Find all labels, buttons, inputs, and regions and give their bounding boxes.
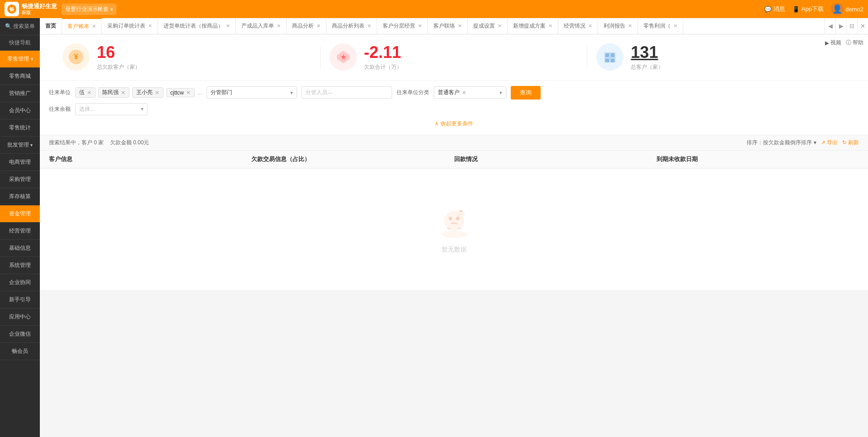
sidebar-item-app-center[interactable]: 应用中心 bbox=[0, 309, 40, 326]
filter-tag-1[interactable]: 陈民强 ✕ bbox=[98, 87, 129, 98]
export-button[interactable]: ↗ 导出 bbox=[821, 139, 838, 147]
tab-profit-report[interactable]: 利润报告 ✕ bbox=[598, 18, 638, 34]
tab-product-analysis[interactable]: 商品分析 ✕ bbox=[287, 18, 326, 34]
tab-bar: 首页 客户账本 ✕ 采购订单统计表 ✕ 进货单统计表（按商品） ✕ 产成品入库单… bbox=[40, 18, 868, 34]
tag-close-icon[interactable]: ✕ bbox=[87, 90, 91, 96]
sidebar-item-operations[interactable]: 经营管理 bbox=[0, 223, 40, 240]
tab-home[interactable]: 首页 bbox=[40, 18, 62, 34]
person-selector[interactable]: 分管人员 ··· bbox=[302, 86, 392, 99]
tag-close-icon[interactable]: ✕ bbox=[121, 90, 125, 96]
tab-close-icon[interactable]: ✕ bbox=[367, 23, 371, 29]
summary-area: ▶ 视频 ⓘ 帮助 bbox=[40, 34, 868, 81]
chevron-down-icon: ▾ bbox=[290, 90, 293, 96]
sidebar-item-wholesale[interactable]: 批发管理 ▾ bbox=[0, 137, 40, 154]
sidebar-item-new-user-guide[interactable]: 新手引导 bbox=[0, 291, 40, 309]
unit-class-selector[interactable]: 普通客户 ✕ ▾ bbox=[434, 86, 506, 99]
summary-card-total-customers: 131 总客户（家） bbox=[587, 43, 854, 71]
sidebar-item-ecommerce[interactable]: 电商管理 bbox=[0, 154, 40, 171]
customer-count: 16 bbox=[97, 43, 140, 62]
filter-tag-2[interactable]: 王小亮 ✕ bbox=[132, 87, 163, 98]
tab-end-btns: ◀ ▶ ⊟ ✕ bbox=[825, 18, 868, 34]
tab-business-status[interactable]: 经营情况 ✕ bbox=[558, 18, 598, 34]
debt-amount-label: 欠款合计（万） bbox=[364, 63, 402, 71]
tab-close-icon[interactable]: ✕ bbox=[418, 23, 422, 29]
tab-customer-segment[interactable]: 客户分层经营 ✕ bbox=[377, 18, 428, 34]
result-bar: 搜索结果中，客户 0 家 欠款金额 0.00元 排序：按欠款金额倒序排序 ▾ bbox=[40, 135, 868, 151]
query-button[interactable]: 查询 bbox=[511, 86, 541, 100]
sidebar-item-retail-mgmt[interactable]: 零售管理 ▾ bbox=[0, 51, 40, 68]
tab-retail-profit[interactable]: 零售利润（ ✕ bbox=[638, 18, 683, 34]
tab-customer-contact[interactable]: 客户联络 ✕ bbox=[428, 18, 468, 34]
col-header-payment: 回款情况 bbox=[454, 155, 657, 163]
tab-close-icon[interactable]: ✕ bbox=[92, 24, 96, 29]
sidebar-item-purchase[interactable]: 采购管理 bbox=[0, 171, 40, 188]
building-icon bbox=[596, 43, 623, 71]
tab-product-analysis-list[interactable]: 商品分析列表 ✕ bbox=[326, 18, 377, 34]
sidebar-item-vip-member[interactable]: 畅会员 bbox=[0, 343, 40, 360]
dept-selector[interactable]: 分管部门 ▾ bbox=[206, 86, 297, 99]
search-result-text: 搜索结果中，客户 0 家 欠款金额 0.00元 bbox=[49, 139, 149, 147]
tab-close-icon[interactable]: ✕ bbox=[277, 23, 281, 29]
tab-close-icon[interactable]: ✕ bbox=[226, 23, 230, 29]
tab-expand-btn[interactable]: ⊟ bbox=[846, 18, 857, 34]
filter-row-2: 往来余额 选择... ▾ bbox=[49, 103, 859, 115]
tab-promotion-settings[interactable]: 提成设置 ✕ bbox=[468, 18, 508, 34]
tab-close-icon[interactable]: ✕ bbox=[588, 23, 592, 29]
tab-scroll-right[interactable]: ▶ bbox=[835, 18, 846, 34]
expand-icon: ▾ bbox=[31, 57, 33, 62]
filter-tag-0[interactable]: 伍 ✕ bbox=[75, 87, 96, 98]
tag-close-icon[interactable]: ✕ bbox=[462, 90, 466, 96]
sidebar-item-marketing[interactable]: 营销推广 bbox=[0, 85, 40, 102]
sidebar-item-enterprise-collab[interactable]: 企业协同 bbox=[0, 274, 40, 291]
sidebar-item-inventory[interactable]: 库存核算 bbox=[0, 188, 40, 205]
tab-inbound-stats[interactable]: 进货单统计表（按商品） ✕ bbox=[158, 18, 236, 34]
chevron-down-icon: ▾ bbox=[814, 139, 816, 146]
sidebar-item-retail-stats[interactable]: 零售统计 bbox=[0, 119, 40, 137]
tab-production-inbound[interactable]: 产成品入库单 ✕ bbox=[236, 18, 287, 34]
filter-tag-3[interactable]: cjttcw ✕ bbox=[166, 88, 195, 97]
download-icon: 📱 bbox=[792, 6, 800, 13]
svg-point-11 bbox=[441, 231, 467, 238]
tab-close-icon[interactable]: ✕ bbox=[317, 23, 321, 29]
total-customer-count[interactable]: 131 bbox=[631, 43, 663, 62]
sidebar-item-retail-mall[interactable]: 零售商城 bbox=[0, 68, 40, 85]
refresh-button[interactable]: ↻ 刷新 bbox=[842, 139, 859, 147]
svg-text:¥: ¥ bbox=[74, 53, 78, 61]
user-profile[interactable]: 👤 demo2 bbox=[831, 3, 863, 15]
tab-close-icon[interactable]: ✕ bbox=[628, 23, 632, 29]
sidebar-quick-nav[interactable]: 快捷导航 bbox=[0, 35, 40, 51]
tab-close-icon[interactable]: ✕ bbox=[498, 23, 502, 29]
sort-selector[interactable]: 排序：按欠款金额倒序排序 ▾ bbox=[747, 139, 816, 147]
messages-btn[interactable]: 💬 消息 bbox=[764, 5, 785, 13]
tab-close-all-btn[interactable]: ✕ bbox=[857, 18, 868, 34]
tab-customer-account[interactable]: 客户账本 ✕ bbox=[62, 18, 102, 34]
sidebar-search[interactable]: 🔍 搜索菜单 bbox=[0, 18, 40, 35]
workspace-area[interactable]: 母婴行业演示帐套 ▾ bbox=[57, 4, 764, 15]
table: 客户信息 欠款交易信息（占比） 回款情况 到期未收款日期 bbox=[40, 151, 868, 290]
tab-close-icon[interactable]: ✕ bbox=[673, 23, 677, 29]
app-download-btn[interactable]: 📱 App下载 bbox=[792, 5, 824, 13]
sidebar-item-enterprise-wechat[interactable]: 企业微信 bbox=[0, 326, 40, 343]
tab-purchase-order[interactable]: 采购订单统计表 ✕ bbox=[102, 18, 158, 34]
summary-card-customers: ¥ 16 总欠款客户（家） bbox=[53, 43, 321, 71]
filter-tags: 伍 ✕ 陈民强 ✕ 王小亮 ✕ bbox=[75, 87, 202, 98]
sidebar-item-finance[interactable]: 资金管理 bbox=[0, 205, 40, 223]
more-icon[interactable]: ··· bbox=[327, 89, 333, 96]
sidebar-item-basic-info[interactable]: 基础信息 bbox=[0, 240, 40, 257]
tab-close-icon[interactable]: ✕ bbox=[458, 23, 462, 29]
tab-scroll-left[interactable]: ◀ bbox=[825, 18, 835, 34]
tag-close-icon[interactable]: ✕ bbox=[155, 90, 159, 96]
balance-selector[interactable]: 选择... ▾ bbox=[75, 103, 148, 115]
sidebar-item-member[interactable]: 会员中心 bbox=[0, 102, 40, 119]
sidebar-item-sys-mgmt[interactable]: 系统管理 bbox=[0, 257, 40, 274]
workspace-selector[interactable]: 母婴行业演示帐套 ▾ bbox=[62, 4, 116, 15]
tab-add-promotion[interactable]: 新增提成方案 ✕ bbox=[508, 18, 558, 34]
tab-close-icon[interactable]: ✕ bbox=[548, 23, 552, 29]
svg-text:畅: 畅 bbox=[10, 7, 14, 12]
collapse-filter-btn[interactable]: ∧ 收起更多条件 bbox=[433, 118, 475, 129]
more-tags-btn[interactable]: ... bbox=[197, 90, 202, 96]
tag-close-icon[interactable]: ✕ bbox=[186, 90, 191, 96]
debt-amount: -2.11 bbox=[364, 43, 402, 62]
empty-state: 暂无数据 bbox=[40, 169, 868, 290]
tab-close-icon[interactable]: ✕ bbox=[148, 23, 152, 29]
